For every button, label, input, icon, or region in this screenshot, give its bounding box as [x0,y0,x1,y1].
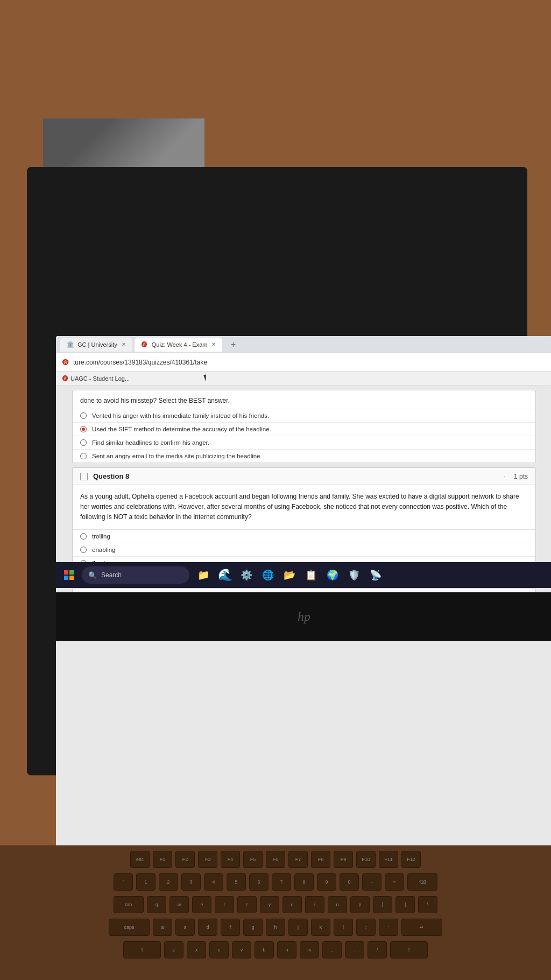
key-w[interactable]: w [169,896,189,913]
taskbar-app-media[interactable]: 🌊 [215,565,235,585]
q8-radio-2[interactable] [80,547,87,553]
key-i[interactable]: i [305,896,324,913]
prev-answer-3[interactable]: Find similar headlines to confirm his an… [73,436,535,450]
key-9[interactable]: 9 [317,873,336,891]
key-e[interactable]: e [192,896,211,913]
prev-answer-4[interactable]: Sent an angry email to the media site pu… [73,450,535,463]
key-f2[interactable]: F2 [175,851,195,868]
key-j[interactable]: j [288,919,308,936]
key-rbracket[interactable]: ] [395,896,415,913]
key-x[interactable]: x [187,941,206,958]
key-quote[interactable]: ' [379,919,398,936]
address-url[interactable]: ture.com/courses/139183/quizzes/410361/t… [73,359,546,366]
key-6[interactable]: 6 [249,873,269,891]
key-g[interactable]: g [243,919,263,936]
key-lbracket[interactable]: [ [373,896,392,913]
q8-radio-1[interactable] [80,533,87,540]
key-y[interactable]: y [260,896,279,913]
win-tile-4 [69,576,74,580]
key-n[interactable]: n [277,941,296,958]
prev-answer-2[interactable]: Used the SIFT method to determine the ac… [73,423,535,436]
key-7[interactable]: 7 [272,873,291,891]
key-b[interactable]: b [255,941,274,958]
key-t[interactable]: t [237,896,257,913]
taskbar-app-browser[interactable]: 🌍 [323,565,342,585]
key-enter[interactable]: ↵ [401,919,442,936]
tab-quiz[interactable]: 🅐 Quiz: Week 4 - Exam ✕ [135,338,223,352]
tab-university[interactable]: 🏛️ GC | University ✕ [60,338,132,352]
key-backslash[interactable]: \ [418,896,437,913]
key-shift-r[interactable]: ⇧ [390,941,428,958]
tab-add-button[interactable]: + [227,338,239,351]
key-5[interactable]: 5 [227,873,246,891]
key-f3[interactable]: F3 [198,851,217,868]
key-f12[interactable]: F12 [401,851,421,868]
key-q[interactable]: q [147,896,166,913]
tab-close-quiz[interactable]: ✕ [211,341,216,347]
key-semicolon[interactable]: ; [356,919,376,936]
prev-radio-2[interactable] [80,426,87,432]
key-slash[interactable]: / [368,941,387,958]
key-o[interactable]: o [328,896,347,913]
key-f[interactable]: f [221,919,240,936]
key-0[interactable]: 0 [340,873,359,891]
key-f6[interactable]: F6 [266,851,285,868]
key-equals[interactable]: = [385,873,404,891]
key-f10[interactable]: F10 [356,851,376,868]
key-d[interactable]: d [198,919,217,936]
taskbar-app-file-explorer[interactable]: 📁 [194,565,213,585]
key-minus[interactable]: - [362,873,382,891]
key-f1[interactable]: F1 [153,851,172,868]
key-k[interactable]: k [311,919,330,936]
key-capslock[interactable]: caps [109,919,150,936]
key-2[interactable]: 2 [159,873,178,891]
key-4[interactable]: 4 [204,873,223,891]
key-u[interactable]: u [282,896,302,913]
key-period[interactable]: . [345,941,364,958]
taskbar-search-bar[interactable]: 🔍 Search [82,566,189,584]
key-8[interactable]: 8 [294,873,314,891]
key-f7[interactable]: F7 [288,851,308,868]
bookmark-uagc[interactable]: 🅐 UAGC - Student Log... [62,375,130,382]
taskbar-app-folder[interactable]: 📂 [280,565,299,585]
tab-close-university[interactable]: ✕ [122,341,126,347]
taskbar-app-security[interactable]: 🛡️ [344,565,364,585]
prev-radio-1[interactable] [80,412,87,419]
key-r[interactable]: r [215,896,234,913]
key-l[interactable]: l [334,919,353,936]
key-p[interactable]: p [350,896,370,913]
taskbar-app-edge[interactable]: 🌐 [258,565,278,585]
key-f5[interactable]: F5 [243,851,263,868]
taskbar-app-calendar[interactable]: 📋 [301,565,321,585]
prev-radio-3[interactable] [80,439,87,446]
key-v[interactable]: v [232,941,251,958]
key-f9[interactable]: F9 [334,851,353,868]
key-a[interactable]: a [153,919,172,936]
prev-radio-4[interactable] [80,453,87,459]
key-f11[interactable]: F11 [379,851,398,868]
question-8-checkbox[interactable] [80,473,88,480]
key-f8[interactable]: F8 [311,851,330,868]
key-backtick[interactable]: ` [114,873,133,891]
key-comma[interactable]: , [322,941,342,958]
key-1[interactable]: 1 [136,873,156,891]
q8-answer-1[interactable]: trolling [73,530,535,543]
key-z[interactable]: z [164,941,183,958]
start-button[interactable] [60,566,77,584]
key-s[interactable]: s [175,919,195,936]
key-3[interactable]: 3 [181,873,201,891]
q8-answer-2-text: enabling [92,547,115,553]
prev-answer-1[interactable]: Vented his anger with his immediate fami… [73,409,535,423]
key-shift-l[interactable]: ⇧ [123,941,161,958]
keyboard-row-1: esc F1 F2 F3 F4 F5 F6 F7 F8 F9 F10 F11 F… [0,851,551,868]
key-esc[interactable]: esc [130,851,150,868]
key-backspace[interactable]: ⌫ [407,873,437,891]
taskbar-app-wifi[interactable]: 📡 [366,565,385,585]
taskbar-app-settings[interactable]: ⚙️ [237,565,256,585]
key-h[interactable]: h [266,919,285,936]
key-m[interactable]: m [300,941,319,958]
q8-answer-2[interactable]: enabling [73,543,535,557]
key-tab[interactable]: tab [114,896,144,913]
key-c[interactable]: c [209,941,229,958]
key-f4[interactable]: F4 [221,851,240,868]
